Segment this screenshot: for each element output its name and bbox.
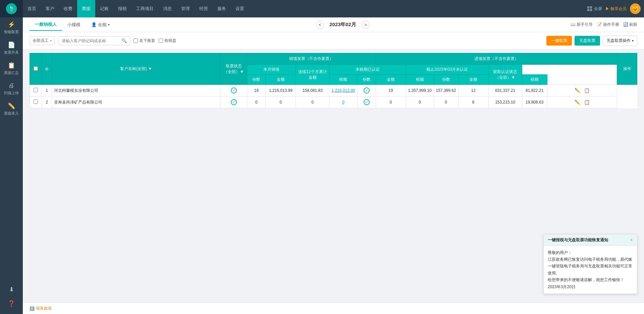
notification-close-btn[interactable]: × — [630, 237, 633, 243]
settings-icon[interactable]: ⚙ — [45, 67, 49, 71]
search-button[interactable]: 🔍 — [119, 37, 130, 45]
sidebar-item-invoice-summary[interactable]: 📋 票据汇总 — [0, 58, 23, 79]
th-customer: 客户名称(全部) ▼ — [52, 53, 220, 85]
toolbar-right: 一键取票 无盘取票 无盘取票操作 ▾ — [546, 36, 637, 46]
tab-bar: 一般纳税人 小规模 👤 全能 ▾ < 2023年02月 > 📖 新手引导 — [23, 17, 644, 32]
row-uncert-amount: 153,215.10 — [488, 97, 522, 108]
chevron-down-icon: ▾ — [50, 39, 52, 43]
th-checkbox — [30, 53, 42, 85]
row-cert-tax: 0 — [434, 97, 458, 108]
row-cert-status: ✓ — [357, 97, 376, 108]
no-disk-ops-btn[interactable]: 无盘取票操作 ▾ — [603, 36, 637, 46]
nav-settings[interactable]: 设置 — [231, 0, 249, 17]
row-cert-status: ✓ — [357, 85, 376, 97]
nav-bookkeeping[interactable]: 记账 — [95, 0, 113, 17]
th-12m-cumulative: 连续12个月累计金额 — [296, 65, 329, 85]
table-row: 1 河北柯馨模实业有限公司 ✓ 18 1,216,013.99 158,081.… — [30, 85, 637, 97]
manual-btn[interactable]: 📝 操作手册 — [597, 22, 619, 27]
row-uncert-amount: 631,337.21 — [488, 85, 522, 97]
row-checkbox[interactable] — [34, 88, 38, 92]
nav-message[interactable]: 消息 — [158, 0, 176, 17]
row-sale-amount: 0 — [266, 97, 296, 108]
select-all-checkbox[interactable] — [34, 66, 38, 71]
top-nav: 首页 客户 收费 票据 记账 报税 工商项目 消息 管理 经营 服务 设置 全屏 — [23, 0, 644, 17]
nav-service[interactable]: 服务 — [213, 0, 231, 17]
row-cert-tax: 157,399.62 — [434, 85, 458, 97]
detail-btn[interactable]: 📋 — [583, 99, 591, 106]
th-purchase-group: 进项发票（不含作废票） — [376, 53, 617, 65]
member-icon: ▶ — [605, 6, 609, 11]
one-click-btn[interactable]: 一键取票 — [546, 36, 572, 46]
checkbox-account-label[interactable]: 名下账套 — [133, 38, 155, 44]
th-uncert-tax: 税额 — [522, 75, 547, 85]
nav-collection[interactable]: 收费 — [59, 0, 77, 17]
nav-invoice[interactable]: 票据 — [77, 0, 95, 17]
search-box: 🔍 — [58, 36, 130, 45]
edit-btn[interactable]: ✏️ — [573, 87, 582, 94]
sidebar-item-help[interactable]: ❓ — [0, 297, 23, 311]
nav-business[interactable]: 工商项目 — [131, 0, 158, 17]
checkbox-taxdisk-label[interactable]: 有税盘 — [159, 38, 176, 44]
th-uncertified-by-march: 截止2023年03月未认证 — [406, 65, 488, 75]
th-cert-status: 获取认证状态（全部）▼ — [488, 65, 522, 85]
sidebar-item-data-entry[interactable]: ✏️ 票据录入 — [0, 99, 23, 119]
bottom-bar: ℹ️ 税务政策 — [23, 303, 644, 314]
svg-rect-4 — [588, 9, 589, 11]
manual-icon: 📝 — [597, 22, 602, 27]
search-input[interactable] — [58, 37, 119, 45]
tab-all[interactable]: 👤 全能 ▾ — [86, 19, 115, 30]
tab-bar-tabs: 一般纳税人 小规模 👤 全能 ▾ — [30, 19, 115, 31]
nav-tax[interactable]: 报税 — [113, 0, 131, 17]
row-actions: ✏️ 📋 — [547, 85, 617, 97]
download-icon: ⬇ — [9, 286, 14, 293]
nav-home[interactable]: 首页 — [23, 0, 41, 17]
row-checkbox[interactable] — [34, 100, 38, 104]
fullscreen-btn[interactable]: 全屏 — [587, 6, 602, 12]
row-cert-amount: 1,357,999.10 — [406, 85, 434, 97]
next-month-btn[interactable]: > — [362, 21, 370, 29]
nav-customer[interactable]: 客户 — [41, 0, 59, 17]
member-btn[interactable]: ▶ 畅享会员 — [605, 6, 627, 12]
row-12m-cumulative[interactable]: 1,216,013.99 — [329, 85, 357, 97]
row-seq: 1 — [42, 85, 52, 97]
smart-deduct-icon: ⚡ — [8, 21, 15, 28]
table-row: 2 灵寿县尚泽矿产品有限公司 ✓ 0 0 0 0 ✓ 0 0 0 6 153,2… — [30, 97, 637, 108]
th-cert-amount: 金额 — [376, 75, 406, 85]
svg-rect-5 — [590, 9, 592, 11]
nav-management[interactable]: 管理 — [176, 0, 195, 17]
employee-filter[interactable]: 全部员工 ▾ — [30, 36, 55, 45]
row-customer: 灵寿县尚泽矿产品有限公司 — [52, 97, 220, 108]
table-header-row1: ⚙ 客户名称(全部) ▼ 取票状态（全部）▼ 销项发票（不含作废票） 进项发票（… — [30, 53, 637, 65]
sidebar-logo: 🍃 — [0, 0, 23, 17]
prev-month-btn[interactable]: < — [316, 21, 324, 29]
sidebar-item-download[interactable]: ⬇ — [0, 282, 23, 297]
avatar[interactable]: 🐱 — [630, 3, 641, 14]
row-12m-cumulative[interactable]: 0 — [329, 97, 357, 108]
sidebar-item-invoice-open[interactable]: 📄 发票开具 — [0, 38, 23, 58]
data-entry-icon: ✏️ — [8, 102, 15, 110]
new-guide-btn[interactable]: 📖 新手引导 — [571, 22, 593, 27]
tab-nav-center: < 2023年02月 > — [118, 21, 568, 29]
sidebar-item-smart-deduct[interactable]: ⚡ 智能取票 — [0, 17, 23, 38]
guide-icon: 📖 — [571, 22, 576, 27]
checkbox-account[interactable] — [133, 39, 138, 43]
refresh-btn[interactable]: 🔄 刷新 — [623, 22, 637, 27]
detail-btn[interactable]: 📋 — [583, 87, 591, 94]
nav-operation[interactable]: 经营 — [195, 0, 213, 17]
all-tab-icon: 👤 — [91, 22, 97, 27]
tab-bar-right: 📖 新手引导 📝 操作手册 🔄 刷新 — [571, 22, 637, 27]
no-disk-btn[interactable]: 无盘取票 — [575, 36, 600, 46]
row-sale-tax: 0 — [296, 97, 329, 108]
tax-policy-link[interactable]: 税务政策 — [36, 306, 52, 311]
tab-general-taxpayer[interactable]: 一般纳税人 — [30, 19, 62, 31]
sidebar-item-scan-upload[interactable]: 🖨 扫描上传 — [0, 79, 23, 99]
status-check-icon: ✓ — [231, 87, 237, 93]
row-status: ✓ — [220, 97, 247, 108]
tab-small-scale[interactable]: 小规模 — [62, 19, 86, 30]
edit-btn[interactable]: ✏️ — [573, 99, 582, 106]
row-uncert-count: 12 — [458, 85, 488, 97]
top-nav-right: 全屏 ▶ 畅享会员 🐱 — [587, 3, 641, 14]
status-check-icon: ✓ — [231, 99, 237, 105]
checkbox-taxdisk[interactable] — [159, 39, 163, 43]
row-sale-count: 0 — [247, 97, 266, 108]
